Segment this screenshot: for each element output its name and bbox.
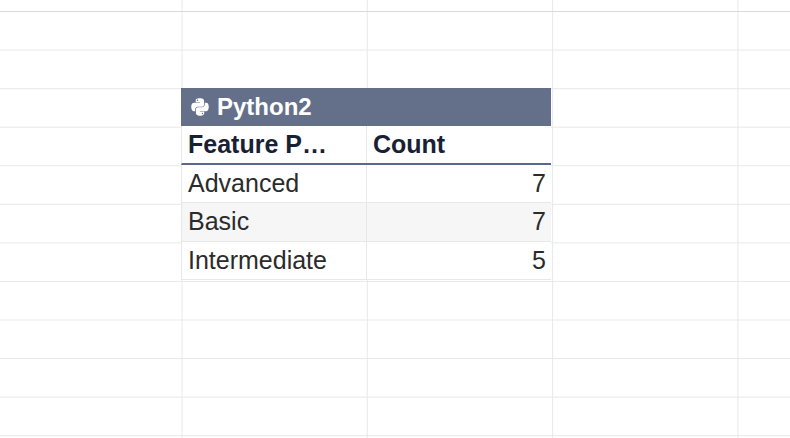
table-column-headers: Feature P… Count xyxy=(181,126,551,165)
table-row: Basic 7 xyxy=(182,203,551,242)
column-header-feature[interactable]: Feature P… xyxy=(182,126,367,163)
table-title: Python2 xyxy=(217,95,312,119)
table-body: Advanced 7 Basic 7 Intermediate 5 xyxy=(181,165,551,281)
table-row: Advanced 7 xyxy=(182,165,551,204)
count-cell[interactable]: 7 xyxy=(367,165,551,203)
python-output-table: Python2 Feature P… Count Advanced 7 Basi… xyxy=(181,88,551,280)
table-title-bar[interactable]: Python2 xyxy=(181,88,551,126)
column-header-count[interactable]: Count xyxy=(367,126,551,163)
python-icon xyxy=(190,97,210,117)
spreadsheet-canvas[interactable]: { "table": { "title": "Python2", "column… xyxy=(0,0,790,438)
feature-cell[interactable]: Basic xyxy=(182,203,367,241)
feature-cell[interactable]: Advanced xyxy=(182,165,367,203)
feature-cell[interactable]: Intermediate xyxy=(182,242,367,280)
table-row: Intermediate 5 xyxy=(182,242,551,281)
count-cell[interactable]: 5 xyxy=(367,242,551,280)
count-cell[interactable]: 7 xyxy=(367,203,551,241)
